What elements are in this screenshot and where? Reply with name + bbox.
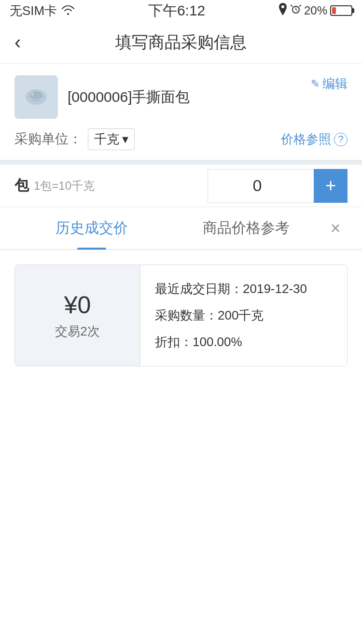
history-details: 最近成交日期：2019-12-30 采购数量：200千克 折扣：100.00% (140, 265, 347, 366)
tab1-label: 历史成交价 (56, 218, 128, 238)
tab-price-reference[interactable]: 商品价格参考 (169, 207, 323, 250)
history-content: ¥0 交易2次 最近成交日期：2019-12-30 采购数量：200千克 折扣：… (0, 250, 362, 381)
edit-label: 编辑 (322, 75, 348, 92)
tabs-header: 历史成交价 商品价格参考 × (0, 207, 362, 250)
status-left: 无SIM卡 (10, 2, 75, 19)
quantity-input-group: + (208, 169, 348, 203)
price-ref-label: 价格参照 (281, 131, 331, 148)
tab-active-indicator (77, 248, 106, 250)
dropdown-arrow-icon: ▾ (122, 132, 128, 147)
product-image (14, 75, 58, 119)
currency-symbol: ¥ (64, 292, 78, 319)
quantity-detail-value: 200千克 (218, 308, 264, 322)
trade-count: 交易2次 (55, 323, 99, 340)
section-separator (0, 160, 362, 165)
product-left: [0000006]手撕面包 (14, 75, 190, 119)
unit-section: 采购单位： 千克 ▾ (14, 128, 135, 150)
product-section: [0000006]手撕面包 ✎ 编辑 采购单位： 千克 ▾ 价格参照 ? (0, 64, 362, 160)
unit-value: 千克 (94, 131, 119, 148)
status-bar: 无SIM卡 下午6:12 20% (0, 0, 362, 21)
tab2-label: 商品价格参考 (203, 218, 290, 238)
back-button[interactable]: ‹ (10, 27, 26, 58)
help-icon: ? (334, 133, 348, 146)
product-top: [0000006]手撕面包 ✎ 编辑 (14, 75, 348, 119)
battery-icon (330, 5, 352, 16)
product-name: [0000006]手撕面包 (68, 87, 190, 107)
carrier-text: 无SIM卡 (10, 2, 57, 19)
status-time: 下午6:12 (148, 1, 205, 21)
page-background (0, 381, 362, 644)
discount-label: 折扣： (155, 335, 193, 349)
recent-date-row: 最近成交日期：2019-12-30 (155, 280, 333, 298)
quantity-left: 包 1包=10千克 (14, 176, 95, 196)
unit-select[interactable]: 千克 ▾ (88, 128, 135, 150)
page-header: ‹ 填写商品采购信息 (0, 21, 362, 64)
price-reference-button[interactable]: 价格参照 ? (281, 131, 348, 148)
tabs-section: 历史成交价 商品价格参考 × (0, 207, 362, 250)
quantity-row: 包 1包=10千克 + (0, 165, 362, 207)
history-card: ¥0 交易2次 最近成交日期：2019-12-30 采购数量：200千克 折扣：… (14, 265, 348, 366)
unit-prefix: 采购单位： (14, 131, 82, 146)
alarm-icon (291, 4, 301, 17)
history-price: ¥0 (64, 291, 91, 319)
battery-fill (332, 7, 336, 14)
recent-date-value: 2019-12-30 (243, 281, 307, 296)
price-amount: 0 (78, 292, 91, 319)
edit-button[interactable]: ✎ 编辑 (311, 75, 348, 92)
discount-row: 折扣：100.00% (155, 333, 333, 351)
close-button[interactable]: × (323, 216, 348, 240)
history-price-panel: ¥0 交易2次 (15, 265, 140, 366)
edit-icon: ✎ (311, 78, 320, 90)
svg-point-3 (31, 93, 34, 96)
conversion-note: 1包=10千克 (34, 178, 95, 194)
quantity-plus-button[interactable]: + (314, 169, 348, 203)
quantity-input[interactable] (208, 169, 314, 203)
recent-date-label: 最近成交日期： (155, 281, 243, 296)
discount-value: 100.00% (193, 335, 242, 349)
wifi-icon (61, 3, 75, 18)
quantity-unit-label: 包 (14, 176, 29, 196)
location-icon (278, 3, 288, 18)
quantity-detail-label: 采购数量： (155, 308, 218, 322)
tab-history-price[interactable]: 历史成交价 (14, 207, 169, 250)
page-title: 填写商品采购信息 (115, 31, 247, 54)
battery-percentage: 20% (304, 4, 327, 17)
purchase-quantity-row: 采购数量：200千克 (155, 306, 333, 325)
product-bottom: 采购单位： 千克 ▾ 价格参照 ? (14, 128, 348, 150)
status-right: 20% (278, 3, 352, 18)
